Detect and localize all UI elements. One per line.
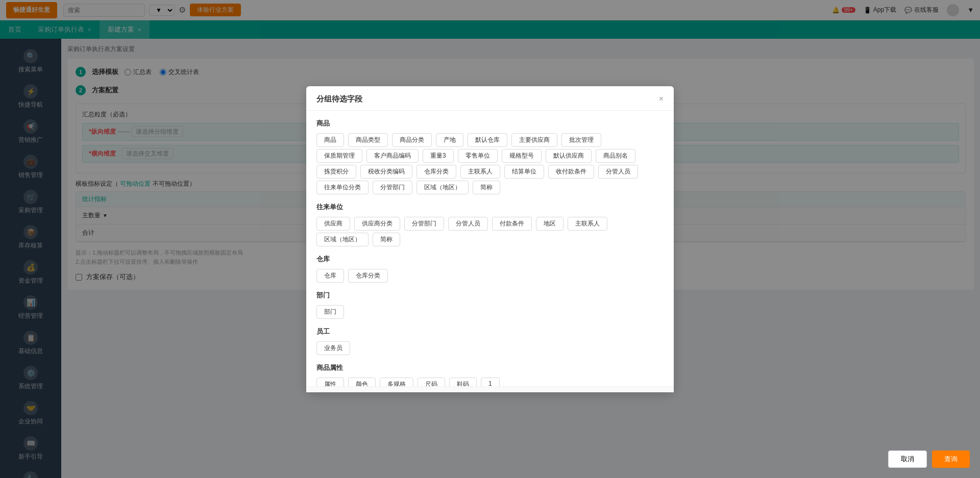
field-tag[interactable]: 保质期管理 [316,149,362,163]
group-title-partner: 往来单位 [316,203,664,212]
field-tag[interactable]: 区域（地区） [316,233,369,246]
modal-footer: 取消 查询 [888,450,970,468]
field-tag[interactable]: 分管人员 [598,165,638,179]
field-tag[interactable]: 多规格 [380,378,413,386]
field-tags-goods-3: 拣货积分 税收分类编码 仓库分类 主联系人 结算单位 收付款条件 分管人员 [316,165,664,179]
modal-close-btn[interactable]: × [659,94,664,104]
field-tag[interactable]: 客户商品编码 [366,149,419,163]
group-title-employee: 员工 [316,327,664,336]
field-tag[interactable]: 简称 [373,233,400,246]
field-tag[interactable]: 分管部门 [404,217,444,231]
field-tag[interactable]: 结算单位 [504,165,544,179]
modal-overlay: 分组待选字段 × 商品 商品 商品类型 商品分类 产地 默认仓库 主要供应商 批… [0,0,980,478]
field-tag[interactable]: 税收分类编码 [360,165,412,179]
field-tag[interactable]: 供应商 [316,217,350,231]
group-title-department: 部门 [316,291,664,300]
field-tag[interactable]: 默认供应商 [546,149,592,163]
modal-title: 分组待选字段 [316,94,362,104]
field-tags-employee: 业务员 [316,341,664,355]
field-tag[interactable]: 商品 [316,133,344,147]
field-tag[interactable]: 产地 [436,133,463,147]
group-title-goods: 商品 [316,119,664,128]
field-tag[interactable]: 主联系人 [460,165,500,179]
field-tag[interactable]: 零售单位 [458,149,498,163]
field-tags-partner: 供应商 供应商分类 分管部门 分管人员 付款条件 地区 主联系人 [316,217,664,231]
field-tag[interactable]: 分管人员 [448,217,488,231]
field-tag[interactable]: 主联系人 [568,217,607,231]
field-tag[interactable]: 规格型号 [502,149,542,163]
field-tag[interactable]: 往来单位分类 [316,181,369,194]
confirm-button[interactable]: 查询 [932,450,970,468]
modal-hscroll[interactable] [306,386,674,392]
field-tags-warehouse: 仓库 仓库分类 [316,269,664,283]
field-tags-partner-2: 区域（地区） 简称 [316,233,664,246]
modal-body: 商品 商品 商品类型 商品分类 产地 默认仓库 主要供应商 批次管理 保质期管理… [306,111,674,386]
field-tag[interactable]: 鞋码 [449,378,477,386]
field-tags-goods: 商品 商品类型 商品分类 产地 默认仓库 主要供应商 批次管理 [316,133,664,147]
field-tag[interactable]: 商品分类 [392,133,432,147]
group-title-warehouse: 仓库 [316,255,664,264]
field-tag[interactable]: 批次管理 [561,133,601,147]
field-tag[interactable]: 尺码 [418,378,445,386]
field-tag[interactable]: 主要供应商 [511,133,557,147]
field-tag[interactable]: 付款条件 [492,217,532,231]
field-tag[interactable]: 收付款条件 [548,165,594,179]
field-tag[interactable]: 仓库分类 [348,269,388,283]
field-tag[interactable]: 重量3 [423,149,454,163]
field-tag[interactable]: 区域（地区） [416,181,469,194]
field-tag[interactable]: 简称 [473,181,500,194]
field-tag[interactable]: 仓库 [316,269,344,283]
field-tag[interactable]: 商品类型 [348,133,388,147]
modal-header: 分组待选字段 × [306,86,674,111]
field-tag[interactable]: 仓库分类 [416,165,456,179]
field-tag[interactable]: 地区 [536,217,564,231]
field-tags-goods-2: 保质期管理 客户商品编码 重量3 零售单位 规格型号 默认供应商 商品别名 [316,149,664,163]
field-tag[interactable]: 拣货积分 [316,165,356,179]
field-select-modal: 分组待选字段 × 商品 商品 商品类型 商品分类 产地 默认仓库 主要供应商 批… [306,86,674,392]
field-tag[interactable]: 部门 [316,305,344,319]
field-tag[interactable]: 属性 [316,378,344,386]
group-title-goods-attr: 商品属性 [316,363,664,372]
field-tag[interactable]: 商品别名 [596,149,635,163]
field-tag[interactable]: 供应商分类 [354,217,400,231]
field-tags-goods-attr: 属性 颜色 多规格 尺码 鞋码 1 [316,378,664,386]
field-tag[interactable]: 1 [481,378,500,386]
field-tag[interactable]: 颜色 [348,378,376,386]
field-tag[interactable]: 业务员 [316,341,350,355]
field-tag[interactable]: 分管部门 [373,181,412,194]
field-tags-goods-4: 往来单位分类 分管部门 区域（地区） 简称 [316,181,664,194]
field-tag[interactable]: 默认仓库 [468,133,507,147]
field-tags-department: 部门 [316,305,664,319]
cancel-button[interactable]: 取消 [888,450,927,468]
